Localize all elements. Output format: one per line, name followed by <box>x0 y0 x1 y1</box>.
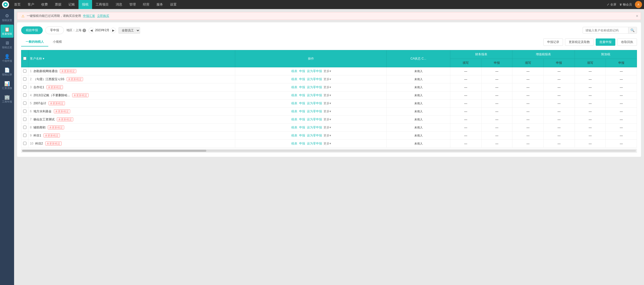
row-checkbox-5[interactable] <box>23 110 26 113</box>
row-action-declare[interactable]: 申报 <box>299 110 305 113</box>
row-decl-fill: — <box>512 83 544 91</box>
row-action-zero[interactable]: 设为零申报 <box>307 102 322 105</box>
row-vat-declare: — <box>606 91 637 100</box>
search-btn[interactable]: 🔍 <box>628 27 637 33</box>
row-action-more[interactable]: 更多▾ <box>324 118 331 121</box>
row-action-zero[interactable]: 设为零申报 <box>307 134 322 137</box>
sidebar-item-tax-record[interactable]: 📄 报税记录 <box>1 65 14 78</box>
row-action-declare[interactable]: 申报 <box>299 134 305 137</box>
row-action-zero[interactable]: 设为零申报 <box>307 93 322 97</box>
row-action-zero[interactable]: 设为零申报 <box>307 118 322 121</box>
row-checkbox-7[interactable] <box>23 126 26 129</box>
row-action-tax[interactable]: 税表 <box>291 110 297 113</box>
row-action-more[interactable]: 更多▾ <box>324 93 331 97</box>
row-action-more[interactable]: 更多▾ <box>324 134 331 137</box>
row-action-tax[interactable]: 税表 <box>291 142 297 145</box>
tax-settings-icon: ⚙ <box>5 14 9 18</box>
row-action-zero[interactable]: 设为零申报 <box>307 85 322 89</box>
row-action-more[interactable]: 更多▾ <box>324 69 331 73</box>
sidebar-item-annual-report[interactable]: 🏢 工商年报 <box>1 92 14 106</box>
sort-icon[interactable]: ▾ <box>43 57 44 60</box>
row-action-zero[interactable]: 设为零申报 <box>307 77 322 81</box>
row-checkbox-1[interactable] <box>23 77 26 81</box>
row-action-more[interactable]: 更多▾ <box>324 126 331 129</box>
nav-invoice[interactable]: 票据 <box>51 0 65 9</box>
row-checkbox-9[interactable] <box>23 142 26 145</box>
row-action-tax[interactable]: 税表 <box>291 85 297 89</box>
fullscreen-btn[interactable]: ⤢ 全屏 <box>607 3 616 7</box>
row-checkbox-0[interactable] <box>23 69 26 73</box>
nav-bookkeeping[interactable]: 记账 <box>65 0 78 9</box>
row-action-tax[interactable]: 税表 <box>291 69 297 73</box>
nav-service[interactable]: 服务 <box>153 0 167 9</box>
search-input[interactable] <box>583 27 628 33</box>
date-next-btn[interactable]: ▶ <box>110 28 116 33</box>
row-action-zero[interactable]: 设为零申报 <box>307 142 322 145</box>
row-action-declare[interactable]: 申报 <box>299 85 305 89</box>
row-action-declare[interactable]: 申报 <box>299 77 305 81</box>
nav-tax[interactable]: 报税 <box>78 0 92 9</box>
row-action-tax[interactable]: 税表 <box>291 118 297 121</box>
row-status-badge: 未更新税定 <box>47 85 63 89</box>
upgrade-btn[interactable]: ♛ 畅会员 <box>619 3 632 7</box>
row-action-tax[interactable]: 税表 <box>291 126 297 129</box>
row-action-zero[interactable]: 设为零申报 <box>307 126 322 129</box>
tab-general-taxpayer[interactable]: 一般的纳税人 <box>21 38 48 46</box>
row-fin-fill: — <box>450 91 481 100</box>
row-action-declare[interactable]: 申报 <box>299 102 305 105</box>
tab-small-scale[interactable]: 小规模 <box>48 38 66 46</box>
row-action-declare[interactable]: 申报 <box>299 126 305 129</box>
scrollbar-thumb[interactable] <box>22 150 206 152</box>
row-checkbox-2[interactable] <box>23 85 26 89</box>
tab-tax-declaration[interactable]: 税款申报 <box>21 26 43 34</box>
sidebar-item-tax-overview[interactable]: 🖥 报税总览 <box>1 38 14 51</box>
row-action-declare[interactable]: 申报 <box>299 93 305 97</box>
row-checkbox-4[interactable] <box>23 102 26 105</box>
row-fin-declare: — <box>481 75 512 83</box>
btn-update-tax[interactable]: 更新税定及取数 <box>565 38 594 46</box>
row-checkbox-3[interactable] <box>23 93 26 97</box>
select-all-checkbox[interactable] <box>23 57 26 60</box>
row-action-declare[interactable]: 申报 <box>299 142 305 145</box>
nav-mgmt[interactable]: 管理 <box>126 0 139 9</box>
row-action-tax[interactable]: 税表 <box>291 134 297 137</box>
date-prev-btn[interactable]: ◀ <box>89 28 94 33</box>
staff-dropdown[interactable]: 全部员工 <box>118 27 140 34</box>
location-info-icon[interactable]: i <box>83 29 86 32</box>
th-declaration: 增值税报表 <box>512 50 575 59</box>
tab-zero-declaration[interactable]: 零申报 <box>45 26 64 34</box>
nav-biz[interactable]: 工商项目 <box>92 0 112 9</box>
sidebar-item-annual-settlement[interactable]: 📊 汇算清缴 <box>1 79 14 92</box>
banner-link1[interactable]: 申报汇签 <box>83 14 95 18</box>
row-checkbox-8[interactable] <box>23 134 26 137</box>
row-action-tax[interactable]: 税表 <box>291 93 297 97</box>
sidebar-item-personal-tax[interactable]: 👤 个税申报 <box>1 52 14 65</box>
btn-declaration-record[interactable]: 申报记录 <box>543 38 563 46</box>
nav-msg[interactable]: 消息 <box>112 0 126 9</box>
row-action-more[interactable]: 更多▾ <box>324 85 331 89</box>
row-action-more[interactable]: 更多▾ <box>324 77 331 81</box>
banner-link2[interactable]: 立即购买 <box>97 14 109 18</box>
row-action-tax[interactable]: 税表 <box>291 77 297 81</box>
row-action-more[interactable]: 更多▾ <box>324 110 331 113</box>
row-checkbox-6[interactable] <box>23 118 26 121</box>
row-ca: 未填入 <box>387 91 450 100</box>
row-action-declare[interactable]: 申报 <box>299 118 305 121</box>
row-action-zero[interactable]: 设为零申报 <box>307 69 322 73</box>
nav-client[interactable]: 客户 <box>24 0 38 9</box>
sidebar-item-batch-tax[interactable]: 📋 批量报税 <box>1 25 14 38</box>
nav-settings[interactable]: 设置 <box>167 0 180 9</box>
row-action-declare[interactable]: 申报 <box>299 69 305 73</box>
row-action-more[interactable]: 更多▾ <box>324 142 331 145</box>
row-status-badge: 未更新税定 <box>48 125 64 129</box>
nav-fee[interactable]: 收费 <box>38 0 51 9</box>
sidebar-item-tax-settings[interactable]: ⚙ 报税设置 <box>1 11 14 24</box>
nav-home[interactable]: 首页 <box>11 0 24 9</box>
btn-batch-declare[interactable]: 批量申报 <box>596 38 615 46</box>
nav-ops[interactable]: 经营 <box>139 0 153 9</box>
banner-close-btn[interactable]: × <box>636 14 638 18</box>
row-action-zero[interactable]: 设为零申报 <box>307 110 322 113</box>
btn-collect-receipt[interactable]: 收取回执 <box>617 38 637 46</box>
row-action-tax[interactable]: 税表 <box>291 102 297 105</box>
row-action-more[interactable]: 更多▾ <box>324 102 331 105</box>
